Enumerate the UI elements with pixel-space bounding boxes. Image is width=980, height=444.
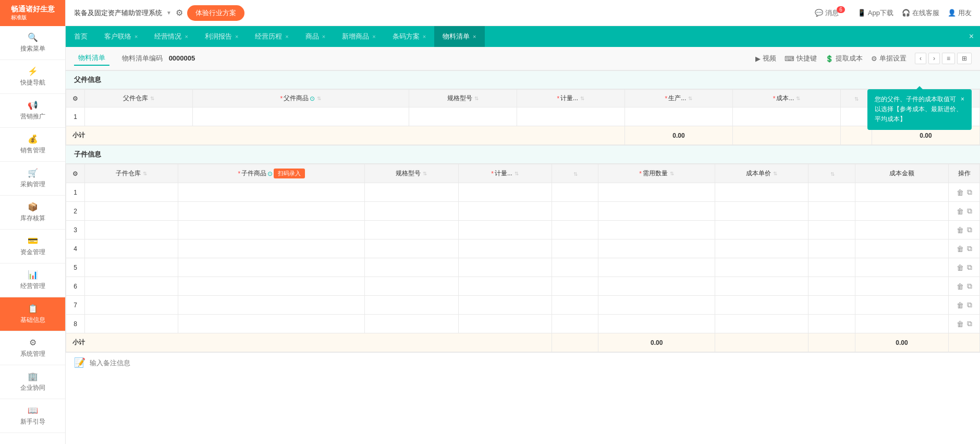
copy-icon-8[interactable]: ⧉ [967, 319, 972, 328]
th-child-settings[interactable]: ⚙ [66, 164, 85, 183]
tab-bom-close-icon[interactable]: × [473, 33, 476, 40]
child-spec-6[interactable] [365, 277, 458, 296]
app-download-item[interactable]: 📱 App下载 [858, 8, 893, 18]
child-unit-6[interactable] [458, 277, 552, 296]
sidebar-item-purchase[interactable]: 🛒 采购管理 [0, 162, 65, 196]
child-spec-1[interactable] [365, 183, 458, 202]
delete-icon-8[interactable]: 🗑 [957, 320, 964, 328]
tab-home[interactable]: 首页 [66, 26, 96, 47]
copy-icon-1[interactable]: ⧉ [967, 188, 972, 197]
nav-next-btn[interactable]: › [928, 53, 940, 64]
system-title-dropdown-icon[interactable]: ▼ [166, 10, 172, 16]
child-product-8[interactable] [178, 315, 365, 333]
child-cost-unit-4[interactable] [715, 239, 808, 258]
scan-input-button[interactable]: 扫码录入 [274, 169, 305, 178]
nav-expand-btn[interactable]: ⊞ [957, 53, 972, 64]
child-unit-7[interactable] [458, 296, 552, 315]
sidebar-item-quick-nav[interactable]: ⚡ 快捷导航 [0, 60, 65, 94]
child-qty-6[interactable] [598, 277, 715, 296]
delete-icon-7[interactable]: 🗑 [957, 301, 964, 309]
child-warehouse-2[interactable] [85, 202, 178, 221]
child-warehouse-5[interactable] [85, 258, 178, 277]
child-product-3[interactable] [178, 221, 365, 239]
sidebar-item-basic[interactable]: 📋 基础信息 [0, 297, 65, 331]
child-unit-3[interactable] [458, 221, 552, 239]
child-cost-unit-1[interactable] [715, 183, 808, 202]
child-product-6[interactable] [178, 277, 365, 296]
child-cost-unit-8[interactable] [715, 315, 808, 333]
child-spec-2[interactable] [365, 202, 458, 221]
copy-icon-5[interactable]: ⧉ [967, 263, 972, 272]
sidebar-item-guide[interactable]: 📖 新手引导 [0, 399, 65, 433]
child-qty-8[interactable] [598, 315, 715, 333]
user-item[interactable]: 👤 用友 [948, 8, 972, 18]
shortcut-btn[interactable]: ⌨ 快捷键 [785, 54, 817, 63]
close-all-tabs-button[interactable]: × [963, 32, 980, 41]
doc-settings-btn[interactable]: ⚙ 单据设置 [871, 54, 906, 63]
tab-products-close-icon[interactable]: × [322, 33, 325, 40]
tab-bom[interactable]: 物料清单 × [434, 26, 484, 47]
child-spec-8[interactable] [365, 315, 458, 333]
child-product-2[interactable] [178, 202, 365, 221]
child-spec-3[interactable] [365, 221, 458, 239]
delete-icon-4[interactable]: 🗑 [957, 245, 964, 253]
parent-cost-1[interactable] [733, 107, 841, 126]
copy-icon-4[interactable]: ⧉ [967, 244, 972, 253]
sidebar-item-marketing[interactable]: 📢 营销推广 [0, 94, 65, 128]
child-qty-5[interactable] [598, 258, 715, 277]
delete-icon-2[interactable]: 🗑 [957, 207, 964, 215]
tab-new-product[interactable]: 新增商品 × [334, 26, 384, 47]
sidebar-item-finance[interactable]: 💳 资金管理 [0, 230, 65, 263]
child-spec-5[interactable] [365, 258, 458, 277]
nav-menu-btn[interactable]: ≡ [942, 53, 955, 64]
message-item[interactable]: 💬 消息 6 [815, 8, 849, 18]
child-qty-2[interactable] [598, 202, 715, 221]
copy-icon-3[interactable]: ⧉ [967, 225, 972, 234]
child-cost-unit-5[interactable] [715, 258, 808, 277]
tab-barcode-close-icon[interactable]: × [423, 33, 426, 40]
delete-icon-3[interactable]: 🗑 [957, 226, 964, 234]
child-qty-1[interactable] [598, 183, 715, 202]
tab-profit[interactable]: 利润报告 × [197, 26, 247, 47]
child-warehouse-7[interactable] [85, 296, 178, 315]
child-unit-8[interactable] [458, 315, 552, 333]
sidebar-item-system[interactable]: ⚙ 系统管理 [0, 331, 65, 365]
tab-customer[interactable]: 客户联络 × [96, 26, 146, 47]
page-tab-bom-list[interactable]: 物料清单 [74, 51, 109, 66]
tab-history-close-icon[interactable]: × [285, 33, 288, 40]
copy-icon-2[interactable]: ⧉ [967, 207, 972, 215]
view-btn[interactable]: ▶ 视频 [755, 54, 776, 63]
child-product-7[interactable] [178, 296, 365, 315]
child-product-1[interactable] [178, 183, 365, 202]
tab-new-product-close-icon[interactable]: × [372, 33, 375, 40]
tab-history[interactable]: 经营历程 × [247, 26, 297, 47]
child-warehouse-4[interactable] [85, 239, 178, 258]
child-unit-5[interactable] [458, 258, 552, 277]
child-spec-7[interactable] [365, 296, 458, 315]
child-spec-4[interactable] [365, 239, 458, 258]
delete-icon-5[interactable]: 🗑 [957, 263, 964, 272]
copy-icon-6[interactable]: ⧉ [967, 282, 972, 291]
child-product-5[interactable] [178, 258, 365, 277]
child-unit-1[interactable] [458, 183, 552, 202]
parent-spec-1[interactable] [409, 107, 517, 126]
child-qty-7[interactable] [598, 296, 715, 315]
sidebar-item-inventory[interactable]: 📦 库存核算 [0, 196, 65, 230]
tab-profit-close-icon[interactable]: × [235, 33, 238, 40]
delete-icon-6[interactable]: 🗑 [957, 282, 964, 291]
child-warehouse-1[interactable] [85, 183, 178, 202]
sidebar-item-operations[interactable]: 📊 经营管理 [0, 263, 65, 297]
copy-icon-7[interactable]: ⧉ [967, 301, 972, 309]
parent-warehouse-1[interactable] [85, 107, 193, 126]
child-unit-4[interactable] [458, 239, 552, 258]
parent-unit-1[interactable] [517, 107, 624, 126]
tab-customer-close-icon[interactable]: × [134, 33, 138, 40]
online-service-item[interactable]: 🎧 在线客服 [902, 8, 939, 18]
tooltip-close-button[interactable]: × [961, 94, 964, 104]
child-cost-unit-2[interactable] [715, 202, 808, 221]
child-unit-2[interactable] [458, 202, 552, 221]
child-qty-3[interactable] [598, 221, 715, 239]
sidebar-item-enterprise[interactable]: 🏢 企业协同 [0, 365, 65, 399]
parent-produce-1[interactable] [624, 107, 732, 126]
child-cost-unit-7[interactable] [715, 296, 808, 315]
